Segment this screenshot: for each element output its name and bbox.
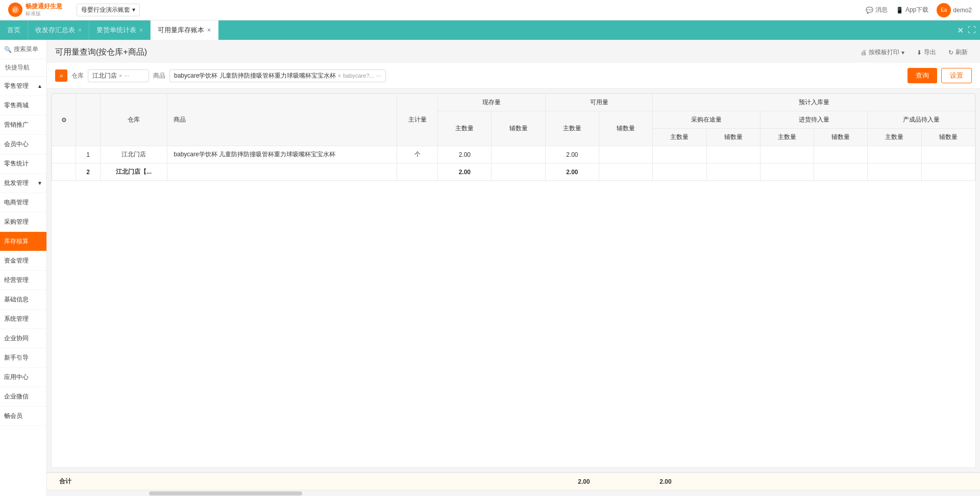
footer-available-main: 2.00: [645, 478, 686, 485]
filter-toggle-icon: »: [60, 72, 63, 79]
sidebar-item-retail-stat[interactable]: 零售统计: [0, 154, 46, 174]
sidebar-item-retail-mall-label: 零售商城: [4, 101, 29, 110]
cell-unit-2: [397, 163, 437, 181]
tab-order-stat[interactable]: 要货单统计表 ×: [89, 20, 151, 40]
th-purchase-main: 主数量: [653, 129, 706, 146]
cell-inbound-aux-1: [814, 146, 868, 163]
sidebar-item-appstore[interactable]: 应用中心: [0, 368, 46, 387]
warehouse-tag-value: 江北门店: [92, 72, 117, 80]
sidebar-item-enterprise-label: 企业协同: [4, 334, 29, 343]
logo-title: 畅捷通好生意: [26, 3, 62, 10]
sidebar-search-label: 搜索菜单: [14, 45, 38, 54]
tab-order-stat-close[interactable]: ×: [139, 27, 143, 34]
th-settings[interactable]: ⚙: [52, 94, 76, 146]
sidebar-item-appstore-label: 应用中心: [4, 373, 29, 382]
warehouse-tag-close[interactable]: ×: [119, 73, 122, 79]
close-all-tabs-icon[interactable]: ✕: [957, 26, 964, 35]
cell-product-1: babycare学饮杯 儿童防摔防撞吸管杯重力球吸嘴杯宝宝水杯: [167, 146, 397, 163]
sidebar-item-ecommerce[interactable]: 电商管理: [0, 193, 46, 212]
sidebar: 🔍 搜索菜单 快捷导航 零售管理 ▲ 零售商城 营销推广 会员中心 零售统计 批…: [0, 40, 47, 496]
sidebar-item-system[interactable]: 系统管理: [0, 310, 46, 329]
sidebar-quick-nav[interactable]: 快捷导航: [0, 59, 46, 77]
sidebar-item-newbie[interactable]: 新手引导: [0, 348, 46, 368]
sidebar-item-finance[interactable]: 资金管理: [0, 251, 46, 271]
sidebar-item-purchase[interactable]: 采购管理: [0, 212, 46, 232]
sidebar-item-member2[interactable]: 畅会员: [0, 407, 46, 426]
expand-icon[interactable]: ⛶: [968, 26, 976, 35]
chevron-down-icon: ▾: [132, 6, 135, 13]
cell-purchase-main-1: [653, 146, 706, 163]
sidebar-search[interactable]: 🔍 搜索菜单: [0, 40, 46, 59]
tab-order-stat-label: 要货单统计表: [96, 26, 136, 35]
print-btn[interactable]: 🖨 按模板打印 ▾: [856, 46, 909, 59]
bottom-scrollbar[interactable]: [47, 490, 980, 496]
tab-bar: 首页 收发存汇总表 × 要货单统计表 × 可用量库存账本 × ✕ ⛶: [0, 20, 980, 40]
th-purchase-in-transit: 采购在途量: [653, 111, 761, 129]
avatar: Ea: [937, 3, 951, 17]
message-btn[interactable]: 💬 消息: [866, 6, 888, 14]
product-tag-more: babycare?...: [343, 73, 374, 79]
product-filter-input[interactable]: babycare学饮杯 儿童防摔防撞吸管杯重力球吸嘴杯宝宝水杯 × babyca…: [169, 69, 386, 82]
export-label: 导出: [924, 48, 936, 57]
sidebar-item-retail-stat-label: 零售统计: [4, 159, 29, 168]
sidebar-item-member2-label: 畅会员: [4, 412, 22, 420]
sidebar-item-wholesale-label: 批发管理: [4, 179, 29, 187]
table-row: 2 江北门店【... 2.00 2.00: [52, 163, 975, 181]
sidebar-item-operations[interactable]: 经营管理: [0, 271, 46, 290]
sidebar-item-basic[interactable]: 基础信息: [0, 290, 46, 310]
chevron-down-icon: ▾: [901, 49, 904, 56]
table-row: 1 江北门店 babycare学饮杯 儿童防摔防撞吸管杯重力球吸嘴杯宝宝水杯 个…: [52, 146, 975, 163]
th-product: 商品: [167, 94, 397, 146]
sidebar-item-wechat[interactable]: 企业微信: [0, 387, 46, 407]
cell-available-aux-1: [599, 146, 653, 163]
tab-right-actions: ✕ ⛶: [953, 20, 980, 40]
cell-production-main-2: [868, 163, 921, 181]
cell-no-2: 2: [76, 163, 100, 181]
warehouse-filter-label: 仓库: [71, 72, 84, 80]
tab-available-stock[interactable]: 可用量库存账本 ×: [151, 20, 218, 40]
sidebar-item-stock[interactable]: 库存核算: [0, 232, 46, 251]
sidebar-item-system-label: 系统管理: [4, 315, 29, 323]
refresh-btn[interactable]: ↻ 刷新: [944, 46, 972, 59]
tab-receive-send-close[interactable]: ×: [78, 27, 82, 34]
sidebar-item-finance-label: 资金管理: [4, 256, 29, 265]
product-filter-label: 商品: [153, 72, 165, 80]
sidebar-item-member[interactable]: 会员中心: [0, 135, 46, 154]
app-download-btn[interactable]: 📱 App下载: [896, 6, 928, 14]
bottom-scrollbar-thumb[interactable]: [149, 491, 302, 495]
sidebar-item-marketing[interactable]: 营销推广: [0, 115, 46, 135]
export-btn[interactable]: ⬇ 导出: [913, 46, 940, 59]
th-planned-inbound: 预计入库量: [653, 94, 975, 111]
cell-product-2: [167, 163, 397, 181]
tab-home[interactable]: 首页: [0, 20, 28, 40]
product-more-icon[interactable]: ···: [376, 72, 381, 79]
product-tag-1-close[interactable]: ×: [338, 73, 341, 79]
tab-available-stock-close[interactable]: ×: [207, 27, 211, 34]
cell-purchase-main-2: [653, 163, 706, 181]
filter-toggle-btn[interactable]: »: [55, 69, 67, 82]
th-current-stock: 现存量: [438, 94, 546, 111]
sidebar-item-wholesale[interactable]: 批发管理 ▼: [0, 174, 46, 193]
phone-icon: 📱: [896, 7, 903, 14]
cell-purchase-aux-1: [706, 146, 760, 163]
user-area[interactable]: Ea demo2: [937, 3, 972, 17]
sidebar-item-basic-label: 基础信息: [4, 295, 29, 304]
warehouse-tag: 江北门店 ×: [92, 72, 122, 80]
warehouse-more-icon[interactable]: ···: [124, 72, 129, 79]
sidebar-item-purchase-label: 采购管理: [4, 218, 29, 226]
industry-selector[interactable]: 母婴行业演示账套 ▾: [77, 4, 140, 16]
chevron-up-icon: ▲: [37, 83, 42, 89]
sidebar-item-retail-mall[interactable]: 零售商城: [0, 96, 46, 115]
sidebar-item-retail[interactable]: 零售管理 ▲: [0, 77, 46, 96]
table-container: ⚙ 仓库 商品 主计量 现存量 可用量 预计入库量 主数量 辅数量 主数量 辅数…: [51, 93, 976, 468]
footer-current-main: 2.00: [564, 478, 604, 485]
filter-area: » 仓库 江北门店 × ··· 商品 babycare学饮杯 儿童防摔防撞吸管杯…: [47, 63, 980, 89]
cell-inbound-aux-2: [814, 163, 868, 181]
sidebar-item-retail-label: 零售管理: [4, 82, 29, 90]
query-btn[interactable]: 查询: [908, 68, 937, 83]
tab-receive-send[interactable]: 收发存汇总表 ×: [28, 20, 89, 40]
warehouse-filter-input[interactable]: 江北门店 × ···: [88, 69, 149, 82]
sidebar-item-enterprise[interactable]: 企业协同: [0, 329, 46, 348]
cell-current-aux-2: [492, 163, 545, 181]
settings-btn[interactable]: 设置: [941, 68, 972, 83]
